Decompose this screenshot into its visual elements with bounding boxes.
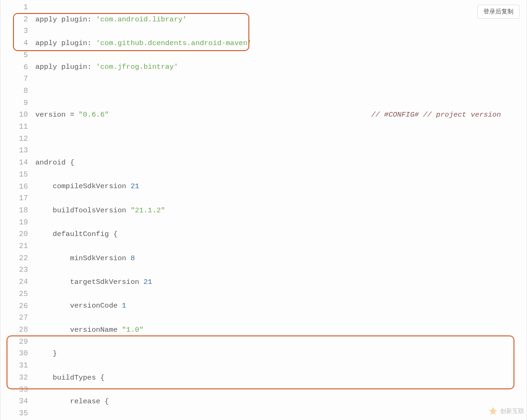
code-line: version = "0.6.6"// #CONFIG# // project … (35, 109, 527, 121)
logo-icon (488, 406, 498, 416)
code-content: apply plugin: 'com.android.library' appl… (35, 2, 527, 420)
code-editor: 12345678910 11121314151617181920 2122232… (0, 0, 527, 420)
config-comment: // #CONFIG# // project version (371, 109, 501, 121)
code-line: defaultConfig { (35, 229, 527, 241)
code-line: minSdkVersion 8 (35, 253, 527, 265)
code-line: apply plugin: 'com.jfrog.bintray' (35, 61, 527, 73)
code-line: apply plugin: 'com.github.dcendents.andr… (35, 38, 527, 50)
code-line: android { (35, 157, 527, 169)
code-line: release { (35, 396, 527, 408)
code-line: versionName "1.0" (35, 324, 527, 336)
code-line (35, 133, 527, 145)
code-line: targetSdkVersion 21 (35, 276, 527, 289)
code-line: versionCode 1 (35, 300, 527, 312)
code-line: buildTypes { (35, 372, 527, 384)
code-line (35, 85, 527, 98)
code-line: compileSdkVersion 21 (35, 181, 527, 193)
code-line: } (35, 348, 527, 360)
watermark-text: 创新互联 (500, 405, 524, 417)
code-line: apply plugin: 'com.android.library' (35, 14, 527, 26)
line-number-gutter: 12345678910 11121314151617181920 2122232… (0, 2, 35, 420)
watermark-logo: 创新互联 (488, 405, 524, 417)
code-line: buildToolsVersion "21.1.2" (35, 205, 527, 217)
